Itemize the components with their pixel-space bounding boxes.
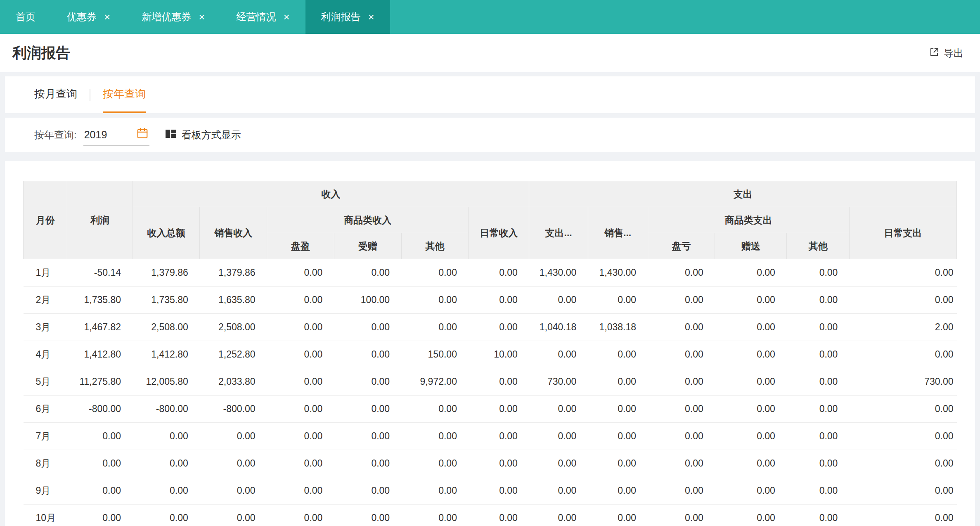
- table-row: 2月1,735.801,735.801,635.800.00100.000.00…: [24, 287, 957, 314]
- col-header-sales-expense: 销售...: [588, 207, 648, 259]
- value-cell: 0.00: [648, 368, 715, 396]
- value-cell: 0.00: [849, 450, 956, 477]
- value-cell: 0.00: [469, 477, 529, 505]
- top-tab-label: 首页: [16, 10, 36, 24]
- top-tab-business-status[interactable]: 经营情况 ×: [220, 0, 305, 34]
- value-cell: -50.14: [67, 259, 133, 287]
- value-cell: 0.00: [401, 423, 469, 450]
- value-cell: 0.00: [267, 259, 334, 287]
- top-tab-new-coupon[interactable]: 新增优惠券 ×: [126, 0, 220, 34]
- tab-yearly-query[interactable]: 按年查询: [103, 76, 146, 113]
- value-cell: 0.00: [267, 287, 334, 314]
- export-icon: [929, 47, 940, 60]
- col-header-expense-total: 支出...: [529, 207, 588, 259]
- board-display-label: 看板方式显示: [182, 128, 241, 142]
- value-cell: 0.00: [469, 287, 529, 314]
- col-group-goods-expense: 商品类支出: [648, 207, 849, 233]
- top-tab-label: 优惠券: [67, 10, 97, 24]
- top-tab-profit-report[interactable]: 利润报告 ×: [305, 0, 390, 34]
- tab-monthly-query[interactable]: 按月查询: [34, 76, 77, 113]
- value-cell: 0.00: [469, 423, 529, 450]
- month-cell: 4月: [24, 341, 67, 368]
- value-cell: 1,040.18: [529, 314, 588, 341]
- value-cell: 0.00: [67, 477, 133, 505]
- value-cell: 0.00: [267, 423, 334, 450]
- value-cell: 0.00: [849, 505, 956, 526]
- value-cell: 0.00: [715, 477, 787, 505]
- value-cell: 0.00: [588, 477, 648, 505]
- top-tab-coupon[interactable]: 优惠券 ×: [51, 0, 126, 34]
- value-cell: 0.00: [849, 477, 956, 505]
- top-tab-home[interactable]: 首页: [0, 0, 51, 34]
- value-cell: 0.00: [715, 368, 787, 396]
- col-group-income: 收入: [133, 181, 529, 207]
- close-icon[interactable]: ×: [199, 12, 205, 22]
- value-cell: 0.00: [334, 314, 401, 341]
- value-cell: 0.00: [849, 287, 956, 314]
- col-header-daily-income: 日常收入: [469, 207, 529, 259]
- value-cell: 0.00: [715, 423, 787, 450]
- year-input[interactable]: 2019: [83, 124, 149, 146]
- value-cell: 0.00: [401, 505, 469, 526]
- value-cell: 10.00: [469, 341, 529, 368]
- table-header: 月份 利润 收入 支出 收入总额 销售收入 商品类收入 日常收入 支出... 销…: [24, 181, 957, 259]
- value-cell: 0.00: [588, 287, 648, 314]
- value-cell: 0.00: [849, 423, 956, 450]
- value-cell: 12,005.80: [133, 368, 200, 396]
- value-cell: 0.00: [588, 450, 648, 477]
- export-button[interactable]: 导出: [929, 47, 963, 60]
- value-cell: 0.00: [849, 259, 956, 287]
- value-cell: 0.00: [334, 341, 401, 368]
- value-cell: 0.00: [648, 396, 715, 423]
- value-cell: 0.00: [648, 423, 715, 450]
- value-cell: 0.00: [529, 396, 588, 423]
- value-cell: 0.00: [133, 450, 200, 477]
- value-cell: 0.00: [529, 423, 588, 450]
- month-cell: 8月: [24, 450, 67, 477]
- value-cell: 0.00: [267, 477, 334, 505]
- value-cell: 0.00: [469, 396, 529, 423]
- value-cell: 1,735.80: [133, 287, 200, 314]
- col-header-month: 月份: [24, 181, 67, 259]
- value-cell: 0.00: [588, 396, 648, 423]
- value-cell: 0.00: [401, 477, 469, 505]
- value-cell: 0.00: [334, 450, 401, 477]
- value-cell: 11,275.80: [67, 368, 133, 396]
- col-header-deficit: 盘亏: [648, 233, 715, 259]
- filter-bar: 按年查询: 2019 看板方式显示: [5, 118, 975, 152]
- value-cell: 0.00: [469, 450, 529, 477]
- value-cell: 0.00: [715, 341, 787, 368]
- col-header-other-expense: 其他: [787, 233, 849, 259]
- value-cell: 0.00: [133, 423, 200, 450]
- calendar-icon[interactable]: [136, 127, 149, 142]
- value-cell: 2,508.00: [200, 314, 267, 341]
- value-cell: 0.00: [787, 341, 849, 368]
- close-icon[interactable]: ×: [283, 12, 289, 22]
- value-cell: 0.00: [401, 314, 469, 341]
- value-cell: 0.00: [529, 341, 588, 368]
- value-cell: 0.00: [849, 396, 956, 423]
- close-icon[interactable]: ×: [368, 12, 374, 22]
- value-cell: 0.00: [469, 368, 529, 396]
- value-cell: 2,508.00: [133, 314, 200, 341]
- table-row: 6月-800.00-800.00-800.000.000.000.000.000…: [24, 396, 957, 423]
- close-icon[interactable]: ×: [104, 12, 110, 22]
- value-cell: 0.00: [133, 505, 200, 526]
- board-display-toggle[interactable]: 看板方式显示: [165, 128, 241, 142]
- value-cell: -800.00: [200, 396, 267, 423]
- export-label: 导出: [944, 47, 963, 60]
- value-cell: 0.00: [715, 505, 787, 526]
- table-row: 5月11,275.8012,005.802,033.800.000.009,97…: [24, 368, 957, 396]
- col-header-gift-received: 受赠: [334, 233, 401, 259]
- value-cell: 0.00: [588, 341, 648, 368]
- value-cell: 9,972.00: [401, 368, 469, 396]
- value-cell: 0.00: [200, 450, 267, 477]
- value-cell: 0.00: [787, 287, 849, 314]
- value-cell: 0.00: [787, 314, 849, 341]
- value-cell: 0.00: [267, 368, 334, 396]
- value-cell: 1,467.82: [67, 314, 133, 341]
- value-cell: 0.00: [648, 450, 715, 477]
- value-cell: 0.00: [648, 477, 715, 505]
- value-cell: 0.00: [648, 341, 715, 368]
- table-body: 1月-50.141,379.861,379.860.000.000.000.00…: [24, 259, 957, 526]
